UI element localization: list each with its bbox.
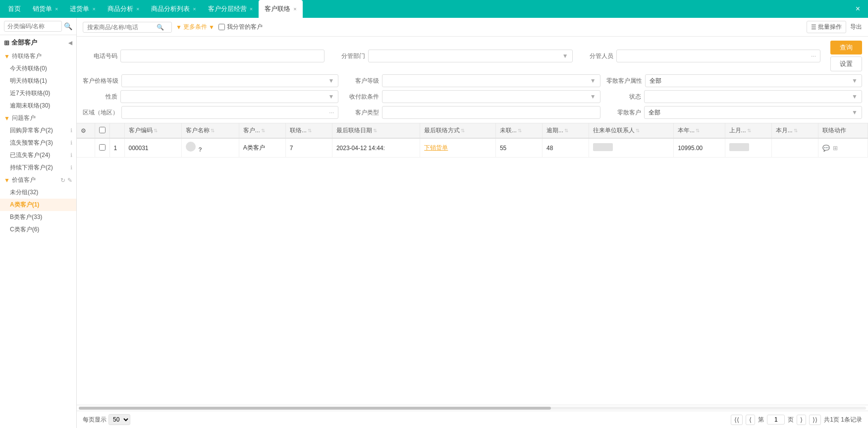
filter-search-input[interactable]	[87, 24, 157, 31]
batch-action-button[interactable]: ☰ 批量操作	[807, 21, 846, 33]
sidebar-search-area: 🔍	[0, 18, 76, 35]
sidebar-item-class-b[interactable]: B类客户(33)	[0, 211, 76, 223]
th-year-amount[interactable]: 本年... ⇅	[674, 123, 725, 138]
settings-icon[interactable]: ⚙	[81, 127, 86, 134]
pending-arrow: ▼	[4, 53, 10, 60]
sidebar-item-churned[interactable]: 已流失客户(24) ℹ	[0, 149, 76, 161]
filter-search-icon[interactable]: 🔍	[157, 24, 164, 31]
td-last-contact-date: 2023-04-12 14:44:	[332, 138, 420, 158]
sidebar-item-class-a[interactable]: A类客户(1)	[0, 199, 76, 211]
value-section-title[interactable]: ▼ 价值客户 ↻ ✎	[0, 174, 76, 186]
export-button[interactable]: 导出	[850, 23, 862, 31]
tab-customer-segment[interactable]: 客户分层经营 ×	[202, 0, 259, 18]
tab-purchase-order[interactable]: 进货单 ×	[64, 0, 101, 18]
tab-sales-order[interactable]: 销货单 ×	[27, 0, 64, 18]
th-overdue[interactable]: 逾期... ⇅	[542, 123, 589, 138]
close-sales-order[interactable]: ×	[55, 6, 58, 12]
th-name[interactable]: 客户名称 ⇅	[182, 123, 239, 138]
filter-field-price-level: 客户价格等级 ▼	[83, 74, 338, 87]
page-size-select[interactable]: 50	[108, 414, 130, 425]
tab-product-analysis-list[interactable]: 商品分析列表 ×	[145, 0, 202, 18]
tab-home[interactable]: 首页	[2, 0, 27, 18]
close-customer-segment[interactable]: ×	[250, 6, 253, 12]
sort-icon-last-month: ⇅	[747, 128, 751, 133]
td-year-amount: 10995.00	[674, 138, 725, 158]
sidebar-item-class-c[interactable]: C类客户(6)	[0, 223, 76, 236]
my-customers-checkbox-label[interactable]: 我分管的客户	[218, 23, 263, 31]
qr-icon[interactable]: ⊞	[833, 145, 838, 152]
sidebar-item-overdue-pending[interactable]: 逾期未联络(30)	[0, 100, 76, 112]
filter-field-payment: 收付款条件 ▼	[344, 90, 600, 103]
close-purchase-order[interactable]: ×	[92, 6, 95, 12]
th-last-contact-method[interactable]: 最后联络方式 ⇅	[420, 123, 496, 138]
sidebar-search-icon[interactable]: 🔍	[64, 22, 72, 30]
td-last-contact-method[interactable]: 下销货单	[420, 138, 496, 158]
retail-customer-select[interactable]: 全部 ▼	[644, 106, 862, 119]
dept-select[interactable]: ▼	[368, 50, 572, 62]
payment-select[interactable]: ▼	[382, 90, 600, 103]
td-settings	[77, 138, 95, 158]
customer-level-select[interactable]: ▼	[382, 74, 600, 87]
th-contact-count[interactable]: 联络... ⇅	[285, 123, 332, 138]
tab-customer-contact[interactable]: 客户联络 ×	[259, 0, 302, 18]
customer-type-input[interactable]	[382, 106, 600, 119]
next-page-button[interactable]: ⟩	[797, 415, 806, 425]
sidebar-item-unclassified[interactable]: 未分组(32)	[0, 186, 76, 199]
sidebar-item-churn-warning[interactable]: 流失预警客户(3) ℹ	[0, 137, 76, 149]
all-customers-header[interactable]: ⊞ 全部客户 ◀	[0, 35, 76, 50]
status-select[interactable]: ▼	[644, 90, 862, 103]
sidebar-item-abnormal-repurchase[interactable]: 回购异常客户(2) ℹ	[0, 124, 76, 137]
sidebar-item-tomorrow-pending[interactable]: 明天待联络(1)	[0, 75, 76, 87]
tab-product-analysis[interactable]: 商品分析 ×	[102, 0, 145, 18]
refresh-icon[interactable]: ↻	[60, 177, 65, 184]
th-unit-contact[interactable]: 往来单位联系人 ⇅	[589, 123, 674, 138]
row-action-icons: 💬 ⊞	[822, 145, 864, 152]
th-uncontact[interactable]: 未联... ⇅	[495, 123, 542, 138]
chat-icon[interactable]: 💬	[822, 145, 830, 152]
filter-search-box[interactable]: 🔍	[83, 22, 172, 33]
customer-avatar	[186, 142, 196, 152]
last-page-button[interactable]: ⟩⟩	[809, 415, 821, 425]
sort-icon-code: ⇅	[154, 128, 158, 133]
customers-table: ⚙ 客户编码 ⇅	[77, 123, 868, 158]
sort-icon-year: ⇅	[696, 128, 700, 133]
more-arrow: ▼	[209, 24, 215, 31]
th-last-contact-date[interactable]: 最后联络日期 ⇅	[332, 123, 420, 138]
nature-select[interactable]: ▼	[120, 90, 338, 103]
close-product-analysis[interactable]: ×	[136, 6, 139, 12]
prev-page-button[interactable]: ⟨	[746, 415, 755, 425]
th-last-month[interactable]: 上月... ⇅	[725, 123, 771, 138]
td-row-actions: 💬 ⊞	[818, 138, 868, 158]
collapse-icon: ◀	[68, 40, 72, 46]
person-input[interactable]: ···	[616, 50, 820, 62]
region-input[interactable]: ···	[121, 106, 338, 119]
select-all-checkbox[interactable]	[99, 127, 106, 133]
query-button[interactable]: 查询	[830, 41, 862, 54]
sidebar-item-declining[interactable]: 持续下滑客户(2) ℹ	[0, 161, 76, 174]
my-customers-checkbox[interactable]	[218, 24, 225, 30]
th-actions: 联络动作	[818, 123, 868, 138]
retail-attr-select[interactable]: 全部 ▼	[645, 74, 862, 87]
th-settings[interactable]: ⚙	[77, 123, 95, 138]
sidebar-item-week-pending[interactable]: 近7天待联络(0)	[0, 87, 76, 100]
pending-section-title[interactable]: ▼ 待联络客户	[0, 50, 76, 62]
sidebar-item-today-pending[interactable]: 今天待联络(0)	[0, 62, 76, 75]
filter-more-conditions[interactable]: ▼ 更多条件 ▼	[176, 23, 215, 31]
close-product-analysis-list[interactable]: ×	[193, 6, 196, 12]
window-close-button[interactable]: ×	[850, 4, 866, 13]
price-level-select[interactable]: ▼	[121, 74, 338, 87]
page-number-input[interactable]	[767, 415, 785, 425]
problem-section-title[interactable]: ▼ 问题客户	[0, 112, 76, 124]
phone-input[interactable]	[120, 50, 325, 62]
edit-icon[interactable]: ✎	[67, 177, 72, 184]
sidebar-search-input[interactable]	[4, 21, 62, 32]
horizontal-scrollbar[interactable]	[77, 405, 868, 411]
row-checkbox[interactable]	[99, 144, 106, 151]
th-customer-type[interactable]: 客户... ⇅	[239, 123, 285, 138]
scroll-thumb[interactable]	[79, 407, 551, 410]
th-this-month[interactable]: 本月... ⇅	[771, 123, 818, 138]
close-customer-contact[interactable]: ×	[293, 6, 296, 12]
th-code[interactable]: 客户编码 ⇅	[124, 123, 182, 138]
first-page-button[interactable]: ⟨⟨	[731, 415, 743, 425]
settings-button[interactable]: 设置	[830, 56, 862, 71]
